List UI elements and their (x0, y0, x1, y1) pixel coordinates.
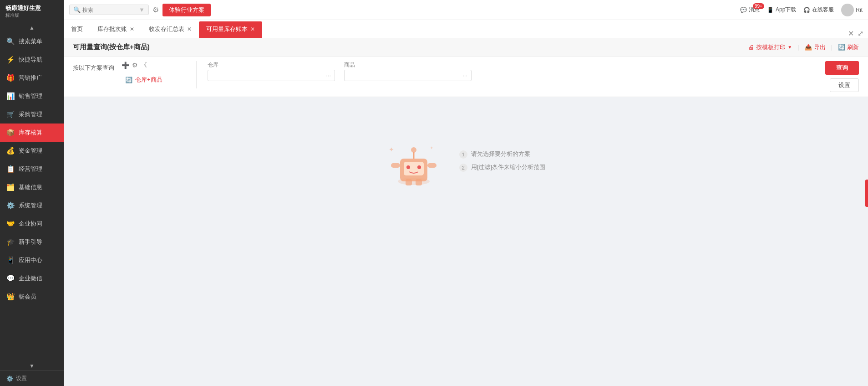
svg-text:✦: ✦ (430, 145, 433, 150)
page-actions: 🖨 按模板打印 ▼ | 📤 导出 | 🔄 刷新 (748, 43, 859, 51)
app-icon: 📱 (767, 7, 774, 13)
scheme-settings-button[interactable]: ⚙ (132, 62, 138, 69)
sidebar-item-label: 经营管理 (19, 165, 42, 173)
scheme-item-warehouse-product[interactable]: 🔄 仓库+商品 (122, 73, 185, 87)
filter-right-buttons: 查询 设置 (825, 61, 859, 92)
message-button[interactable]: 💬 消息 99+ (740, 6, 760, 14)
close-tab-button[interactable]: ✕ (848, 29, 854, 38)
sidebar-item-label: 库存核算 (19, 129, 42, 137)
export-button[interactable]: 📤 导出 (805, 43, 826, 51)
warehouse-input[interactable] (212, 72, 322, 79)
sidebar-item-operation[interactable]: 📋经营管理 (0, 160, 64, 178)
online-service-button[interactable]: 🎧 在线客服 (803, 6, 834, 14)
sidebar-item-enterprise[interactable]: 🤝企业协同 (0, 215, 64, 233)
filter-scheme-panel: ➕ ⚙ 《 🔄 仓库+商品 (122, 61, 185, 87)
refresh-button[interactable]: 🔄 刷新 (838, 43, 859, 51)
sidebar-item-label: 基础信息 (19, 183, 42, 191)
scheme-icon: 🔄 (125, 77, 132, 83)
tab-close-batch[interactable]: ✕ (130, 26, 134, 32)
tab-available[interactable]: 可用量库存账本✕ (199, 21, 262, 38)
scheme-item-label: 仓库+商品 (135, 76, 162, 84)
app-logo: 畅康通好生意 标准版 (0, 0, 64, 23)
settings-icon: ⚙️ (6, 376, 13, 382)
sidebar-item-shortcut[interactable]: ⚡快捷导航 (0, 51, 64, 69)
svg-text:✦: ✦ (389, 146, 394, 153)
sidebar-item-purchase[interactable]: 🛒采购管理 (0, 105, 64, 124)
tip-number-2: 2 (459, 164, 467, 172)
sidebar-item-guide[interactable]: 🎓新手引导 (0, 233, 64, 251)
tabbar: 首页库存批次账✕收发存汇总表✕可用量库存账本✕ ✕ ⤢ (64, 20, 868, 38)
wechat-icon: 💬 (6, 274, 15, 283)
svg-rect-10 (416, 179, 422, 185)
sidebar-item-finance[interactable]: 💰资金管理 (0, 142, 64, 160)
tab-label-available: 可用量库存账本 (206, 25, 248, 33)
svg-point-4 (417, 165, 421, 169)
expand-tab-button[interactable]: ⤢ (858, 29, 863, 38)
tip-item-2: 2 用[过滤]条件来缩小分析范围 (459, 163, 545, 172)
add-scheme-button[interactable]: ➕ (122, 62, 129, 69)
sidebar-item-label: 应用中心 (19, 256, 42, 264)
tabbar-right-controls: ✕ ⤢ (848, 29, 868, 38)
scheme-actions: ➕ ⚙ 《 (122, 61, 185, 69)
tab-summary[interactable]: 收发存汇总表✕ (142, 21, 199, 38)
tip-text-1: 请先选择要分析的方案 (471, 150, 530, 158)
sidebar-item-label: 畅会员 (19, 293, 36, 301)
sidebar-item-member[interactable]: 👑畅会员 (0, 288, 64, 306)
sidebar-item-appstore[interactable]: 📱应用中心 (0, 251, 64, 269)
page-title: 可用量查询(按仓库+商品) (73, 43, 150, 51)
sidebar-scroll-up[interactable]: ▲ (0, 23, 64, 32)
finance-icon: 💰 (6, 147, 15, 155)
service-icon: 🎧 (803, 7, 810, 13)
topbar-search-box[interactable]: 🔍 ▼ (69, 5, 149, 15)
svg-point-6 (411, 147, 416, 153)
sidebar-item-search[interactable]: 🔍搜索菜单 (0, 32, 64, 51)
operation-icon: 📋 (6, 165, 15, 173)
column-settings-button[interactable]: 设置 (830, 78, 859, 92)
sidebar-item-label: 销售管理 (19, 92, 42, 100)
sidebar-item-marketing[interactable]: 🎁营销推广 (0, 69, 64, 87)
sidebar-item-wechat[interactable]: 💬企业微信 (0, 269, 64, 288)
sidebar-item-label: 采购管理 (19, 110, 42, 118)
sidebar-item-label: 搜索菜单 (19, 37, 42, 46)
sidebar-nav: 🔍搜索菜单⚡快捷导航🎁营销推广📊销售管理🛒采购管理📦库存核算💰资金管理📋经营管理… (0, 32, 64, 361)
warehouse-input-box[interactable]: ··· (208, 70, 335, 81)
empty-tips: 1 请先选择要分析的方案 2 用[过滤]条件来缩小分析范围 (459, 150, 545, 172)
sidebar-bottom-settings[interactable]: ⚙️ 设置 (0, 371, 64, 386)
user-avatar-button[interactable]: Rit (841, 4, 863, 16)
sidebar-item-inventory[interactable]: 📦库存核算 (0, 124, 64, 142)
collapse-scheme-button[interactable]: 《 (141, 61, 147, 69)
guide-icon: 🎓 (6, 238, 15, 246)
sidebar-scroll-down[interactable]: ▼ (0, 361, 64, 371)
app-download-button[interactable]: 📱 App下载 (767, 6, 796, 14)
product-input-box[interactable]: ··· (344, 70, 472, 81)
purchase-icon: 🛒 (6, 110, 15, 118)
sidebar-item-sales[interactable]: 📊销售管理 (0, 87, 64, 105)
product-dots-button[interactable]: ··· (462, 72, 467, 79)
gear-icon[interactable]: ⚙ (152, 5, 159, 14)
svg-rect-8 (427, 163, 437, 168)
search-input[interactable] (82, 7, 137, 13)
warehouse-dots-button[interactable]: ··· (326, 72, 331, 79)
sidebar-item-system[interactable]: ⚙️系统管理 (0, 196, 64, 215)
message-badge: 99+ (753, 3, 764, 9)
print-button[interactable]: 🖨 按模板打印 ▼ (748, 43, 792, 51)
empty-illustration: ✦ ✦ (386, 134, 441, 188)
product-input[interactable] (348, 72, 459, 79)
inventory-icon: 📦 (6, 129, 15, 137)
trial-button[interactable]: 体验行业方案 (162, 4, 211, 16)
sidebar-item-basic[interactable]: 🗂️基础信息 (0, 178, 64, 196)
tab-batch[interactable]: 库存批次账✕ (90, 21, 142, 38)
query-button[interactable]: 查询 (825, 61, 859, 75)
system-icon: ⚙️ (6, 201, 15, 210)
tab-label-summary: 收发存汇总表 (149, 25, 184, 33)
tab-close-available[interactable]: ✕ (250, 26, 255, 32)
avatar (841, 4, 854, 16)
sidebar: 畅康通好生意 标准版 ▲ 🔍搜索菜单⚡快捷导航🎁营销推广📊销售管理🛒采购管理📦库… (0, 0, 64, 386)
marketing-icon: 🎁 (6, 74, 15, 82)
tab-close-summary[interactable]: ✕ (187, 26, 192, 32)
svg-point-3 (406, 165, 410, 169)
tab-home[interactable]: 首页 (64, 21, 90, 38)
sidebar-item-label: 新手引导 (19, 238, 42, 246)
appstore-icon: 📱 (6, 256, 15, 264)
svg-rect-9 (406, 179, 412, 185)
